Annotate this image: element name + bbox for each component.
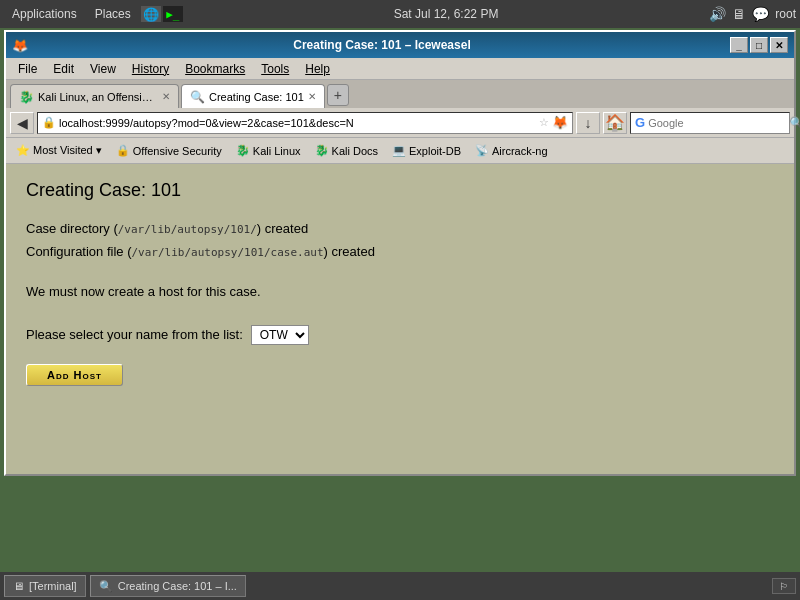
- chat-icon: 💬: [752, 6, 769, 22]
- tab-creating-label: Creating Case: 101: [209, 91, 304, 103]
- content-area: Creating Case: 101 Case directory (/var/…: [6, 164, 794, 474]
- info-section: We must now create a host for this case.: [26, 280, 774, 303]
- browser-window: 🦊 Creating Case: 101 – Iceweasel _ □ ✕ F…: [4, 30, 796, 476]
- bookmark-exploit-db[interactable]: 💻 Exploit-DB: [386, 142, 467, 159]
- aircrack-label: Aircrack-ng: [492, 145, 548, 157]
- places-menu[interactable]: Places: [87, 5, 139, 23]
- maximize-button[interactable]: □: [750, 37, 768, 53]
- tab-creating-close[interactable]: ✕: [308, 91, 316, 102]
- tabs-bar: 🐉 Kali Linux, an Offensive Sec... ✕ 🔍 Cr…: [6, 80, 794, 108]
- tab-kali-close[interactable]: ✕: [162, 91, 170, 102]
- username-display: root: [775, 7, 796, 21]
- kali-linux-label: Kali Linux: [253, 145, 301, 157]
- globe-icon[interactable]: 🌐: [141, 6, 161, 22]
- kali-docs-icon: 🐉: [315, 144, 329, 157]
- lock-icon: 🔒: [116, 144, 130, 157]
- select-label: Please select your name from the list:: [26, 323, 243, 346]
- menu-view[interactable]: View: [82, 60, 124, 78]
- taskbar-terminal[interactable]: 🖥 [Terminal]: [4, 575, 86, 597]
- bookmark-aircrack[interactable]: 📡 Aircrack-ng: [469, 142, 554, 159]
- directory-path: /var/lib/autopsy/101/: [118, 223, 257, 236]
- directory-info: Case directory (/var/lib/autopsy/101/) c…: [26, 217, 774, 264]
- config-line: Configuration file (/var/lib/autopsy/101…: [26, 240, 774, 263]
- terminal-taskbar-icon: 🖥: [13, 580, 24, 592]
- applications-menu[interactable]: Applications: [4, 5, 85, 23]
- menu-help[interactable]: Help: [297, 60, 338, 78]
- content-body: Case directory (/var/lib/autopsy/101/) c…: [26, 217, 774, 386]
- window-title: Creating Case: 101 – Iceweasel: [34, 38, 730, 52]
- kali-docs-label: Kali Docs: [332, 145, 378, 157]
- add-host-button[interactable]: Add Host: [26, 364, 123, 386]
- tab-kali-icon: 🐉: [19, 90, 34, 104]
- name-select[interactable]: OTW: [251, 325, 309, 345]
- new-tab-button[interactable]: +: [327, 84, 349, 106]
- back-button[interactable]: ◀: [10, 112, 34, 134]
- page-title: Creating Case: 101: [26, 180, 774, 201]
- menu-bookmarks[interactable]: Bookmarks: [177, 60, 253, 78]
- exploit-db-icon: 💻: [392, 144, 406, 157]
- url-lock-icon: 🔒: [42, 116, 56, 129]
- firefox-icon: 🦊: [552, 115, 568, 130]
- info-text: We must now create a host for this case.: [26, 280, 774, 303]
- exploit-db-label: Exploit-DB: [409, 145, 461, 157]
- menu-tools[interactable]: Tools: [253, 60, 297, 78]
- bookmark-most-visited[interactable]: ⭐ Most Visited ▾: [10, 142, 108, 159]
- download-button[interactable]: ↓: [576, 112, 600, 134]
- url-bookmark-icon: ☆: [539, 116, 549, 129]
- title-bar: 🦊 Creating Case: 101 – Iceweasel _ □ ✕: [6, 32, 794, 58]
- url-bar[interactable]: 🔒 ☆ 🦊: [37, 112, 573, 134]
- browser-taskbar-icon: 🔍: [99, 580, 113, 593]
- add-host-row: Add Host: [26, 363, 774, 386]
- minimize-button[interactable]: _: [730, 37, 748, 53]
- terminal-taskbar-label: [Terminal]: [29, 580, 77, 592]
- menu-edit[interactable]: Edit: [45, 60, 82, 78]
- bottom-taskbar: 🖥 [Terminal] 🔍 Creating Case: 101 – I...…: [0, 572, 800, 600]
- select-row: Please select your name from the list: O…: [26, 323, 774, 346]
- tab-kali[interactable]: 🐉 Kali Linux, an Offensive Sec... ✕: [10, 84, 179, 108]
- home-button[interactable]: 🏠: [603, 112, 627, 134]
- bookmark-kali-linux[interactable]: 🐉 Kali Linux: [230, 142, 307, 159]
- star-icon: ⭐: [16, 144, 30, 157]
- bookmark-kali-docs[interactable]: 🐉 Kali Docs: [309, 142, 384, 159]
- tab-creating-icon: 🔍: [190, 90, 205, 104]
- most-visited-label: Most Visited ▾: [33, 144, 102, 157]
- search-input[interactable]: [648, 117, 786, 129]
- tab-creating-case[interactable]: 🔍 Creating Case: 101 ✕: [181, 84, 325, 108]
- browser-favicon: 🦊: [12, 38, 28, 53]
- speaker-icon: 🔊: [709, 6, 726, 22]
- monitor-icon: 🖥: [732, 6, 746, 22]
- tab-kali-label: Kali Linux, an Offensive Sec...: [38, 91, 158, 103]
- kali-icon: 🐉: [236, 144, 250, 157]
- browser-taskbar-label: Creating Case: 101 – I...: [118, 580, 237, 592]
- menu-bar: File Edit View History Bookmarks Tools H…: [6, 58, 794, 80]
- close-button[interactable]: ✕: [770, 37, 788, 53]
- window-controls: _ □ ✕: [730, 37, 788, 53]
- search-submit-icon[interactable]: 🔍: [789, 116, 800, 130]
- bookmarks-bar: ⭐ Most Visited ▾ 🔒 Offensive Security 🐉 …: [6, 138, 794, 164]
- datetime-display: Sat Jul 12, 6:22 PM: [183, 7, 710, 21]
- aircrack-icon: 📡: [475, 144, 489, 157]
- terminal-icon[interactable]: ▶_: [163, 6, 183, 22]
- config-path: /var/lib/autopsy/101/case.aut: [132, 246, 324, 259]
- search-bar[interactable]: G 🔍: [630, 112, 790, 134]
- taskbar-browser[interactable]: 🔍 Creating Case: 101 – I...: [90, 575, 246, 597]
- taskbar-top-left: Applications Places 🌐 ▶_: [4, 5, 183, 23]
- directory-line: Case directory (/var/lib/autopsy/101/) c…: [26, 217, 774, 240]
- top-taskbar: Applications Places 🌐 ▶_ Sat Jul 12, 6:2…: [0, 0, 800, 28]
- bookmark-offensive-security[interactable]: 🔒 Offensive Security: [110, 142, 228, 159]
- flag-icon: 🏳: [772, 578, 796, 594]
- nav-bar: ◀ 🔒 ☆ 🦊 ↓ 🏠 G 🔍: [6, 108, 794, 138]
- menu-history[interactable]: History: [124, 60, 177, 78]
- url-input[interactable]: [59, 117, 536, 129]
- google-icon: G: [635, 115, 645, 130]
- taskbar-top-right: 🔊 🖥 💬 root: [709, 6, 796, 22]
- offensive-security-label: Offensive Security: [133, 145, 222, 157]
- menu-file[interactable]: File: [10, 60, 45, 78]
- taskbar-right: 🏳: [772, 578, 796, 594]
